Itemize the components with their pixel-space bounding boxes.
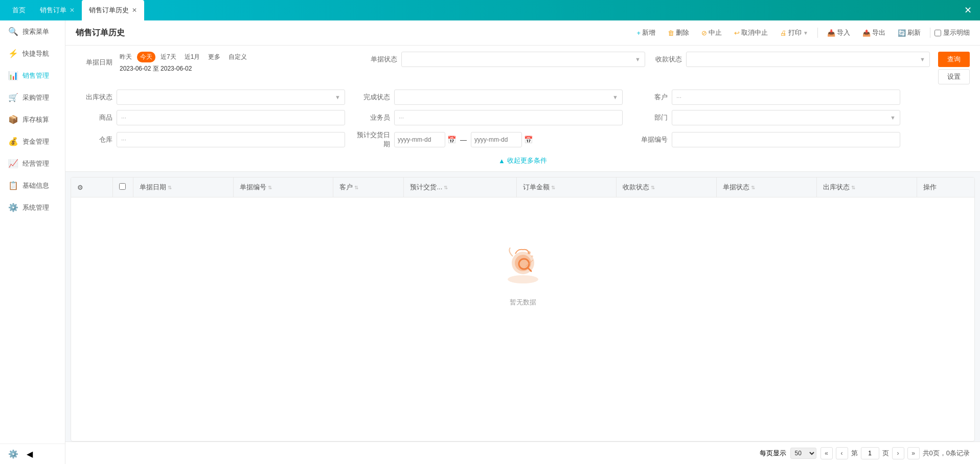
close-tab-sales-order[interactable]: ✕ bbox=[70, 7, 75, 14]
top-bar: 首页 销售订单 ✕ 销售订单历史 ✕ ✕ bbox=[0, 0, 980, 20]
th-customer[interactable]: 客户 ⇅ bbox=[333, 178, 404, 197]
page-label: 页 bbox=[882, 449, 889, 458]
out-status-label: 出库状态 bbox=[76, 93, 117, 102]
filter-row-3: 商品 ··· 业务员 ··· 部门 ▼ bbox=[76, 110, 970, 125]
main-layout: 🔍 搜索菜单 ⚡ 快捷导航 📊 销售管理 🛒 采购管理 📦 库存核算 💰 资金管… bbox=[0, 20, 980, 464]
expected-delivery-label: 预计交货日期 bbox=[353, 130, 394, 149]
import-icon: 📥 bbox=[827, 29, 835, 37]
date-today[interactable]: 今天 bbox=[137, 52, 155, 62]
th-doc-number[interactable]: 单据编号 ⇅ bbox=[233, 178, 333, 197]
table-settings-icon[interactable]: ⚙ bbox=[77, 184, 83, 191]
pay-status-select[interactable]: ▼ bbox=[686, 52, 930, 67]
quick-nav-icon: ⚡ bbox=[8, 49, 18, 58]
date-more[interactable]: 更多 bbox=[205, 52, 223, 62]
doc-status-label: 单据状态 bbox=[360, 55, 401, 64]
export-button[interactable]: 📤 导出 bbox=[857, 26, 891, 40]
add-button[interactable]: + 新增 bbox=[632, 26, 661, 40]
stop-button[interactable]: ⊘ 中止 bbox=[696, 26, 727, 40]
sidebar-item-sales-mgmt[interactable]: 📊 销售管理 bbox=[0, 64, 65, 86]
add-icon: + bbox=[637, 29, 641, 37]
toolbar-divider-2 bbox=[930, 28, 930, 38]
sales-icon: 📊 bbox=[8, 71, 18, 80]
select-all-checkbox[interactable] bbox=[119, 183, 126, 190]
sidebar-item-basic-info[interactable]: 📋 基础信息 bbox=[0, 174, 65, 196]
th-settings[interactable]: ⚙ bbox=[71, 178, 112, 197]
sort-icon-customer: ⇅ bbox=[354, 185, 358, 190]
query-button[interactable]: 查询 bbox=[938, 52, 970, 67]
date-1month[interactable]: 近1月 bbox=[181, 52, 203, 62]
display-toggle[interactable]: 显示明细 bbox=[935, 28, 970, 37]
empty-state: 暂无数据 bbox=[71, 197, 974, 348]
last-page-button[interactable]: » bbox=[907, 447, 920, 459]
pagination: « ‹ 第 页 › » 共0页，0条记录 bbox=[821, 447, 970, 459]
cancel-stop-icon: ↩ bbox=[734, 29, 740, 37]
prev-page-button[interactable]: ‹ bbox=[836, 447, 848, 459]
tab-home[interactable]: 首页 bbox=[5, 0, 33, 20]
chevron-down-icon-4: ▼ bbox=[612, 94, 618, 100]
sidebar-item-system-mgmt[interactable]: ⚙️ 系统管理 bbox=[0, 196, 65, 218]
doc-date-label: 单据日期 bbox=[76, 58, 117, 67]
calendar-start-icon[interactable]: 📅 bbox=[447, 136, 456, 144]
close-tab-sales-order-history[interactable]: ✕ bbox=[132, 7, 137, 14]
salesperson-label: 业务员 bbox=[353, 113, 394, 122]
th-checkbox[interactable] bbox=[112, 178, 133, 197]
th-expected-delivery[interactable]: 预计交货... ⇅ bbox=[404, 178, 516, 197]
date-7days[interactable]: 近7天 bbox=[157, 52, 179, 62]
sidebar-collapse-icon[interactable]: ◀ bbox=[27, 449, 33, 459]
refresh-button[interactable]: 🔄 刷新 bbox=[893, 26, 926, 40]
sidebar-item-purchase-mgmt[interactable]: 🛒 采购管理 bbox=[0, 86, 65, 108]
sidebar-settings-icon[interactable]: ⚙️ bbox=[8, 449, 18, 459]
per-page-select[interactable]: 10 20 50 100 bbox=[790, 448, 816, 459]
th-order-amount[interactable]: 订单金额 ⇅ bbox=[516, 178, 617, 197]
warehouse-input[interactable]: ··· bbox=[117, 132, 345, 147]
print-button[interactable]: 🖨 打印 ▼ bbox=[775, 26, 813, 40]
calendar-end-icon[interactable]: 📅 bbox=[524, 136, 533, 144]
th-out-status[interactable]: 出库状态 ⇅ bbox=[817, 178, 917, 197]
sort-icon-doc-number: ⇅ bbox=[268, 185, 272, 190]
filter-area: 单据日期 昨天 今天 近7天 近1月 更多 自定义 2023-06-02 至 2… bbox=[65, 46, 980, 172]
doc-status-select[interactable]: ▼ bbox=[401, 52, 645, 67]
first-page-button[interactable]: « bbox=[821, 447, 833, 459]
th-doc-status[interactable]: 单据状态 ⇅ bbox=[717, 178, 817, 197]
th-pay-status[interactable]: 收款状态 ⇅ bbox=[617, 178, 717, 197]
complete-status-select[interactable]: ▼ bbox=[394, 90, 623, 105]
import-button[interactable]: 📥 导入 bbox=[822, 26, 855, 40]
page-header: 销售订单历史 + 新增 🗑 删除 ⊘ 中止 ↩ 取消中止 bbox=[65, 20, 980, 46]
sidebar-item-quick-nav[interactable]: ⚡ 快捷导航 bbox=[0, 42, 65, 64]
date-custom[interactable]: 自定义 bbox=[225, 52, 250, 62]
filter-settings-button[interactable]: 设置 bbox=[938, 69, 970, 84]
window-close-button[interactable]: ✕ bbox=[961, 5, 975, 16]
svg-point-6 bbox=[531, 255, 533, 257]
operations-icon: 📈 bbox=[8, 159, 18, 168]
basic-info-icon: 📋 bbox=[8, 181, 18, 190]
collapse-bar[interactable]: ▲ 收起更多条件 bbox=[76, 154, 970, 165]
tab-sales-order[interactable]: 销售订单 ✕ bbox=[33, 0, 82, 20]
sidebar: 🔍 搜索菜单 ⚡ 快捷导航 📊 销售管理 🛒 采购管理 📦 库存核算 💰 资金管… bbox=[0, 20, 65, 464]
sidebar-item-operations-mgmt[interactable]: 📈 经营管理 bbox=[0, 152, 65, 174]
tab-sales-order-history[interactable]: 销售订单历史 ✕ bbox=[82, 0, 144, 20]
next-page-button[interactable]: › bbox=[892, 447, 904, 459]
date-yesterday[interactable]: 昨天 bbox=[117, 52, 135, 62]
cancel-stop-button[interactable]: ↩ 取消中止 bbox=[729, 26, 773, 40]
delete-button[interactable]: 🗑 删除 bbox=[663, 26, 694, 40]
table-area: ⚙ 单据日期 ⇅ 单据编号 bbox=[71, 177, 975, 441]
doc-number-input[interactable] bbox=[672, 132, 900, 147]
sidebar-item-search-menu[interactable]: 🔍 搜索菜单 bbox=[0, 20, 65, 42]
th-operations: 操作 bbox=[917, 178, 975, 197]
out-status-select[interactable]: ▼ bbox=[117, 90, 345, 105]
delivery-date-end[interactable] bbox=[471, 132, 522, 147]
delivery-date-start[interactable] bbox=[394, 132, 445, 147]
display-toggle-checkbox[interactable] bbox=[935, 30, 941, 36]
department-select[interactable]: ▼ bbox=[672, 110, 900, 125]
sidebar-item-inventory-calc[interactable]: 📦 库存核算 bbox=[0, 108, 65, 130]
page-input[interactable] bbox=[861, 447, 879, 459]
customer-input[interactable]: ··· bbox=[672, 90, 900, 105]
pay-status-label: 收款状态 bbox=[645, 55, 686, 64]
salesperson-input[interactable]: ··· bbox=[394, 110, 623, 125]
product-label: 商品 bbox=[76, 113, 117, 122]
th-doc-date[interactable]: 单据日期 ⇅ bbox=[133, 178, 233, 197]
chevron-down-icon: ▼ bbox=[635, 56, 641, 62]
refresh-icon: 🔄 bbox=[898, 29, 906, 37]
sidebar-item-fund-mgmt[interactable]: 💰 资金管理 bbox=[0, 130, 65, 152]
product-input[interactable]: ··· bbox=[117, 110, 345, 125]
